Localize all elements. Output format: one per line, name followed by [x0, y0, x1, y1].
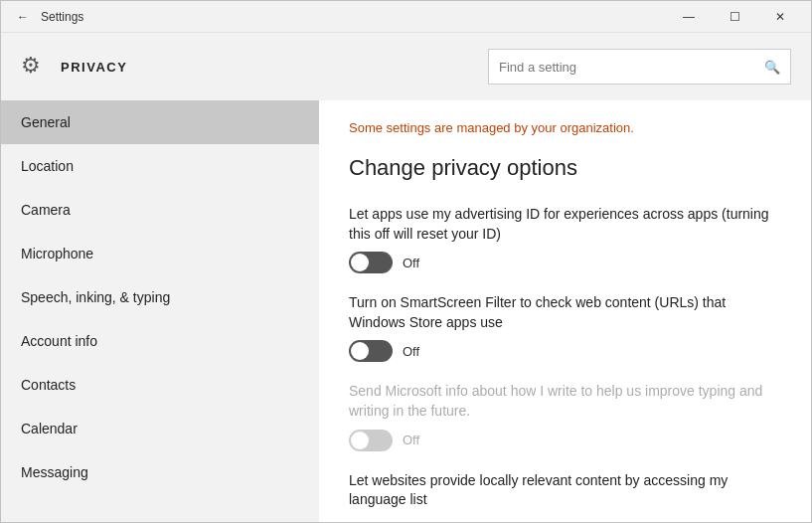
- toggle-label-smartscreen: Off: [403, 344, 419, 359]
- toggle-microsoft-info: [349, 430, 393, 451]
- section-title: Change privacy options: [349, 155, 781, 181]
- app-header: ⚙ PRIVACY 🔍: [1, 33, 811, 100]
- toggle-row-advertising: Off: [349, 252, 781, 273]
- app-body: General Location Camera Microphone Speec…: [1, 100, 811, 522]
- sidebar-item-speech[interactable]: Speech, inking, & typing: [1, 275, 319, 319]
- app-header-left: ⚙ PRIVACY: [21, 53, 127, 81]
- sidebar-item-label: Microphone: [21, 246, 93, 262]
- window-controls: — ☐ ✕: [666, 1, 803, 33]
- toggle-label-advertising: Off: [403, 256, 419, 270]
- back-button[interactable]: ←: [9, 3, 37, 31]
- maximize-button[interactable]: ☐: [712, 1, 757, 33]
- sidebar: General Location Camera Microphone Speec…: [1, 100, 319, 522]
- search-input[interactable]: [499, 60, 764, 75]
- sidebar-item-label: General: [21, 114, 71, 130]
- sidebar-item-label: Camera: [21, 202, 71, 218]
- toggle-label-microsoft: Off: [403, 433, 419, 447]
- sidebar-item-general[interactable]: General: [1, 100, 319, 144]
- title-bar: ← Settings — ☐ ✕: [1, 1, 811, 33]
- sidebar-item-label: Calendar: [21, 421, 78, 436]
- minimize-button[interactable]: —: [666, 1, 712, 33]
- sidebar-item-camera[interactable]: Camera: [1, 188, 319, 232]
- setting-advertising-id: Let apps use my advertising ID for exper…: [349, 205, 781, 273]
- toggle-row-microsoft: Off: [349, 430, 781, 451]
- main-content: Some settings are managed by your organi…: [319, 100, 811, 522]
- close-button[interactable]: ✕: [757, 1, 803, 33]
- sidebar-item-messaging[interactable]: Messaging: [1, 450, 319, 494]
- search-box[interactable]: 🔍: [488, 49, 791, 85]
- setting-desc-microsoft: Send Microsoft info about how I write to…: [349, 382, 781, 421]
- sidebar-item-location[interactable]: Location: [1, 144, 319, 188]
- toggle-advertising-id[interactable]: [349, 252, 393, 273]
- setting-desc-advertising: Let apps use my advertising ID for exper…: [349, 205, 781, 244]
- setting-smartscreen: Turn on SmartScreen Filter to check web …: [349, 293, 781, 362]
- sidebar-item-label: Messaging: [21, 464, 88, 480]
- settings-window: ← Settings — ☐ ✕ ⚙ PRIVACY 🔍 General Loc…: [0, 0, 812, 523]
- org-notice: Some settings are managed by your organi…: [349, 120, 781, 135]
- app-title: PRIVACY: [61, 60, 127, 75]
- search-icon: 🔍: [764, 60, 780, 75]
- sidebar-item-contacts[interactable]: Contacts: [1, 363, 319, 407]
- sidebar-item-label: Speech, inking, & typing: [21, 289, 170, 305]
- sidebar-item-label: Contacts: [21, 377, 76, 393]
- sidebar-item-calendar[interactable]: Calendar: [1, 407, 319, 450]
- sidebar-item-label: Location: [21, 158, 74, 174]
- sidebar-item-microphone[interactable]: Microphone: [1, 232, 319, 275]
- privacy-icon: ⚙: [21, 53, 49, 81]
- sidebar-item-account-info[interactable]: Account info: [1, 319, 319, 363]
- setting-desc-smartscreen: Turn on SmartScreen Filter to check web …: [349, 293, 781, 332]
- setting-language-list: Let websites provide locally relevant co…: [349, 471, 781, 510]
- toggle-row-smartscreen: Off: [349, 340, 781, 362]
- sidebar-item-label: Account info: [21, 333, 97, 349]
- window-title: Settings: [41, 10, 666, 24]
- toggle-smartscreen[interactable]: [349, 340, 393, 362]
- setting-microsoft-info: Send Microsoft info about how I write to…: [349, 382, 781, 450]
